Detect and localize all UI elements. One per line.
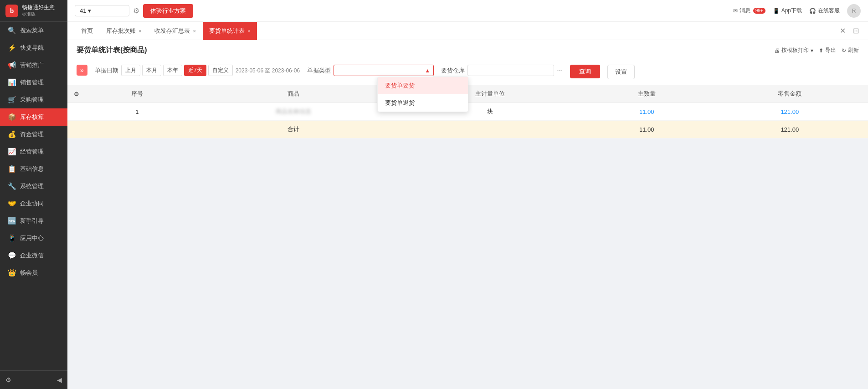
sidebar-item-system[interactable]: 🔧 系统管理 bbox=[0, 178, 67, 195]
filter-more-icon[interactable]: ··· bbox=[557, 67, 563, 75]
footer-unit-cell bbox=[399, 121, 582, 138]
tabs-bar: 首页 库存批次账 × 收发存汇总表 × 要货单统计表 × ✕ ⊡ bbox=[67, 22, 868, 40]
tab-inventory-batch[interactable]: 库存批次账 × bbox=[100, 22, 148, 40]
sidebar-item-guide[interactable]: 🆕 新手引导 bbox=[0, 212, 67, 230]
dropdown-item-requisition-order[interactable]: 要货单要货 bbox=[378, 77, 468, 94]
tab-home[interactable]: 首页 bbox=[75, 22, 100, 40]
export-action[interactable]: ⬆ 导出 bbox=[819, 46, 836, 54]
dropdown-item-requisition-return[interactable]: 要货单退货 bbox=[378, 94, 468, 112]
tab-recv-summary-label: 收发存汇总表 bbox=[154, 27, 190, 35]
sidebar-item-label-system: 系统管理 bbox=[20, 182, 44, 190]
print-action[interactable]: 🖨 按模板打印 ▾ bbox=[774, 46, 813, 54]
app-logo: b 畅捷通好生意 标准版 bbox=[0, 0, 67, 22]
page-title: 要货单统计表(按商品) bbox=[77, 46, 147, 55]
sidebar-item-operations[interactable]: 📈 经营管理 bbox=[0, 143, 67, 160]
date-quick-btns: 上月 本月 本年 近7天 自定义 bbox=[121, 65, 233, 76]
table-footer-row: 合计 11.00 121.00 bbox=[67, 121, 868, 138]
tab-recv-summary[interactable]: 收发存汇总表 × bbox=[148, 22, 202, 40]
sidebar-item-label-members: 畅会员 bbox=[20, 269, 38, 277]
logo-text-block: 畅捷通好生意 标准版 bbox=[22, 4, 55, 18]
tab-recv-summary-close[interactable]: × bbox=[193, 28, 195, 34]
tab-requisition-stat-label: 要货单统计表 bbox=[209, 27, 245, 35]
page-header: 要货单统计表(按商品) 🖨 按模板打印 ▾ ⬆ 导出 ↻ 刷新 bbox=[67, 40, 868, 59]
app-download-action[interactable]: 📱 App下载 bbox=[773, 7, 802, 15]
row-qty-cell: 11.00 bbox=[582, 103, 712, 121]
tab-home-label: 首页 bbox=[81, 27, 93, 35]
close-all-tabs-btn[interactable]: ✕ bbox=[838, 26, 847, 35]
table-goods-col-header: 商品 bbox=[189, 85, 399, 103]
sidebar-item-app-center[interactable]: 📱 应用中心 bbox=[0, 230, 67, 247]
phone-icon: 📱 bbox=[773, 8, 780, 14]
footer-qty-cell: 11.00 bbox=[582, 121, 712, 138]
messages-action[interactable]: ✉ 消息 99+ bbox=[733, 7, 765, 15]
sidebar-item-cooperation[interactable]: 🤝 企业协同 bbox=[0, 195, 67, 212]
tab-requisition-stat[interactable]: 要货单统计表 × bbox=[203, 22, 257, 40]
warehouse-input[interactable] bbox=[467, 65, 554, 76]
sidebar-item-inventory[interactable]: 📦 库存核算 bbox=[0, 108, 67, 126]
type-select-wrapper: ▲ bbox=[334, 65, 434, 76]
filter-expand-btn[interactable]: » bbox=[77, 65, 87, 76]
footer-index-cell bbox=[86, 121, 189, 138]
tabs-end: ✕ ⊡ bbox=[838, 26, 861, 35]
refresh-action[interactable]: ↻ 刷新 bbox=[842, 46, 859, 54]
sidebar-item-marketing[interactable]: 📢 营销推广 bbox=[0, 56, 67, 74]
row-amount-cell: 121.00 bbox=[712, 103, 868, 121]
last-month-btn[interactable]: 上月 bbox=[121, 65, 140, 76]
settings-bottom-icon[interactable]: ⚙ bbox=[4, 374, 13, 385]
warehouse-filter-label: 要货仓库 bbox=[441, 67, 465, 75]
marketing-icon: 📢 bbox=[7, 61, 16, 69]
this-month-btn[interactable]: 本月 bbox=[142, 65, 161, 76]
expand-tabs-btn[interactable]: ⊡ bbox=[851, 26, 861, 35]
user-avatar[interactable]: R bbox=[847, 4, 861, 18]
type-select-input[interactable] bbox=[334, 65, 434, 76]
table-settings-col-header[interactable]: ⚙ bbox=[67, 85, 86, 103]
export-icon: ⬆ bbox=[819, 47, 823, 54]
collapse-sidebar-btn[interactable]: ◀ bbox=[55, 374, 64, 385]
sidebar-item-finance[interactable]: 💰 资金管理 bbox=[0, 126, 67, 143]
sidebar: b 畅捷通好生意 标准版 🔍 搜索菜单 ⚡ 快捷导航 📢 营销推广 📊 销售管理… bbox=[0, 0, 67, 389]
sidebar-item-wechat[interactable]: 💬 企业微信 bbox=[0, 247, 67, 264]
quick-nav-icon: ⚡ bbox=[7, 44, 16, 52]
sidebar-item-quick-nav[interactable]: ⚡ 快捷导航 bbox=[0, 39, 67, 56]
sidebar-item-label-marketing: 营销推广 bbox=[20, 61, 44, 69]
refresh-label: 刷新 bbox=[848, 46, 859, 54]
sidebar-nav: 🔍 搜索菜单 ⚡ 快捷导航 📢 营销推广 📊 销售管理 🛒 采购管理 📦 库存核… bbox=[0, 22, 67, 370]
sidebar-item-members[interactable]: 👑 畅会员 bbox=[0, 264, 67, 282]
type-dropdown: 要货单要货 要货单退货 bbox=[377, 77, 468, 112]
members-icon: 👑 bbox=[7, 269, 16, 277]
cooperation-icon: 🤝 bbox=[7, 200, 16, 208]
row-qty-link[interactable]: 11.00 bbox=[639, 108, 654, 115]
logo-icon: b bbox=[5, 5, 18, 17]
warehouse-filter-group: 要货仓库 ··· bbox=[441, 65, 563, 76]
company-selector[interactable]: 41 ▾ bbox=[75, 5, 129, 16]
system-icon: 🔧 bbox=[7, 182, 16, 190]
settings-icon[interactable]: ⚙ bbox=[133, 6, 139, 15]
export-label: 导出 bbox=[825, 46, 836, 54]
trial-btn[interactable]: 体验行业方案 bbox=[143, 4, 193, 18]
row-amount-link[interactable]: 121.00 bbox=[781, 108, 799, 115]
last7-btn[interactable]: 近7天 bbox=[184, 65, 206, 76]
topbar-left: 41 ▾ ⚙ 体验行业方案 bbox=[75, 4, 728, 18]
sidebar-item-label-basic-info: 基础信息 bbox=[20, 165, 44, 173]
refresh-icon: ↻ bbox=[842, 47, 846, 54]
page-actions: 🖨 按模板打印 ▾ ⬆ 导出 ↻ 刷新 bbox=[774, 46, 859, 54]
sidebar-item-search[interactable]: 🔍 搜索菜单 bbox=[0, 22, 67, 39]
sidebar-item-sales[interactable]: 📊 销售管理 bbox=[0, 74, 67, 91]
settings-btn[interactable]: 设置 bbox=[607, 65, 635, 79]
online-service-action[interactable]: 🎧 在线客服 bbox=[809, 7, 840, 15]
this-year-btn[interactable]: 本年 bbox=[163, 65, 182, 76]
sidebar-item-basic-info[interactable]: 📋 基础信息 bbox=[0, 160, 67, 178]
custom-btn[interactable]: 自定义 bbox=[208, 65, 233, 76]
sidebar-item-purchase[interactable]: 🛒 采购管理 bbox=[0, 91, 67, 108]
tab-inventory-batch-close[interactable]: × bbox=[139, 28, 141, 34]
print-icon: 🖨 bbox=[774, 47, 780, 54]
table-amount-col-header: 零售金额 bbox=[712, 85, 868, 103]
row-goods-cell: 商品名称信息 bbox=[189, 103, 399, 121]
messages-badge: 99+ bbox=[753, 8, 765, 14]
footer-amount-cell: 121.00 bbox=[712, 121, 868, 138]
query-btn[interactable]: 查询 bbox=[570, 65, 600, 78]
tab-inventory-batch-label: 库存批次账 bbox=[106, 27, 136, 35]
tab-requisition-stat-close[interactable]: × bbox=[247, 28, 250, 34]
goods-name-blurred: 商品名称信息 bbox=[276, 108, 311, 115]
sidebar-bottom: ⚙ ◀ bbox=[0, 370, 67, 389]
